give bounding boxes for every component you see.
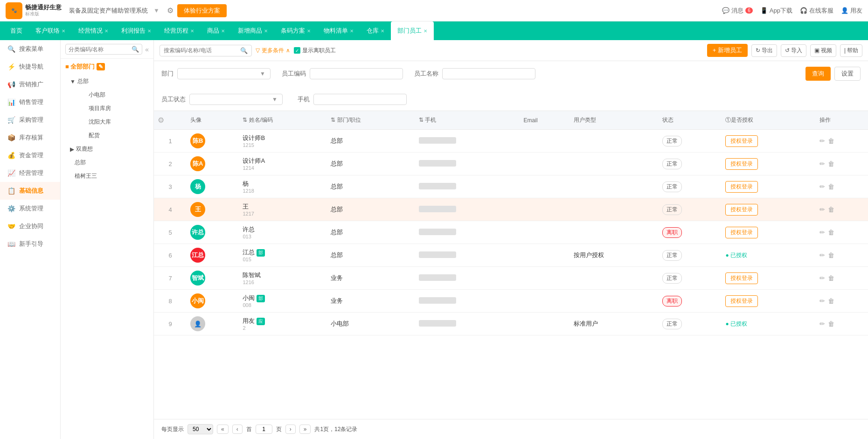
nav-tab-profit[interactable]: 利润报告✕ bbox=[115, 21, 158, 40]
sidebar-item-quicknav[interactable]: ⚡ 快捷导航 bbox=[0, 58, 60, 76]
show-inactive-toggle[interactable]: ✓ 显示离职员工 bbox=[294, 47, 336, 55]
edit-button[interactable]: ✏ bbox=[819, 274, 825, 282]
close-icon[interactable]: ✕ bbox=[221, 28, 225, 34]
sidebar-item-guide[interactable]: 📖 新手引导 bbox=[0, 235, 60, 253]
delete-button[interactable]: 🗑 bbox=[828, 320, 834, 328]
dept-item-xiangmuku[interactable]: 项目库房 bbox=[79, 102, 153, 115]
edit-button[interactable]: ✏ bbox=[819, 183, 825, 190]
edit-button[interactable]: ✏ bbox=[819, 160, 825, 167]
nav-tab-operation[interactable]: 经营情况✕ bbox=[72, 21, 115, 40]
nav-tab-new-goods[interactable]: 新增商品✕ bbox=[231, 21, 274, 40]
auth-login-button[interactable]: 授权登录 bbox=[725, 295, 758, 307]
first-page-button[interactable]: « bbox=[217, 425, 229, 434]
dept-item-shuanglu[interactable]: ▶ 双鹿想 bbox=[65, 142, 153, 156]
sidebar-item-business[interactable]: 📈 经营管理 bbox=[0, 164, 60, 182]
delete-button[interactable]: 🗑 bbox=[828, 183, 834, 190]
col-dept[interactable]: ⇅ 部门/职位 bbox=[327, 111, 415, 130]
filter-empcode-input[interactable] bbox=[310, 68, 403, 79]
help-button[interactable]: | 帮助 bbox=[840, 44, 862, 57]
nav-tab-home[interactable]: 首页 bbox=[4, 21, 29, 40]
more-filter-button[interactable]: ▽ 更多条件 ∧ bbox=[256, 47, 290, 55]
search-icon[interactable]: 🔍 bbox=[240, 47, 248, 54]
dept-item-zhishu[interactable]: 植树王三 bbox=[65, 169, 153, 183]
dept-search-input[interactable] bbox=[69, 46, 132, 53]
trial-button[interactable]: 体验行业方案 bbox=[177, 4, 227, 17]
user-item[interactable]: 👤 用友 bbox=[841, 7, 862, 15]
sidebar-item-marketing[interactable]: 📢 营销推广 bbox=[0, 76, 60, 93]
page-input[interactable] bbox=[256, 425, 272, 434]
edit-button[interactable]: ✏ bbox=[819, 206, 825, 213]
sidebar-item-inventory[interactable]: 📦 库存核算 bbox=[0, 129, 60, 146]
sidebar-item-search[interactable]: 🔍 搜索菜单 bbox=[0, 40, 60, 58]
close-icon[interactable]: ✕ bbox=[350, 28, 354, 34]
column-settings-icon[interactable]: ⚙ bbox=[158, 116, 164, 124]
dept-item-peihuo[interactable]: 配货 bbox=[79, 129, 153, 142]
nav-tab-goods[interactable]: 商品✕ bbox=[201, 21, 231, 40]
delete-button[interactable]: 🗑 bbox=[828, 274, 834, 282]
auth-login-button[interactable]: 授权登录 bbox=[725, 158, 758, 170]
edit-button[interactable]: ✏ bbox=[819, 137, 825, 145]
online-service-item[interactable]: 🎧 在线客服 bbox=[800, 7, 833, 15]
collapse-icon[interactable]: « bbox=[145, 46, 149, 53]
nav-tab-barcode[interactable]: 条码方案✕ bbox=[274, 21, 317, 40]
close-icon[interactable]: ✕ bbox=[62, 28, 65, 34]
delete-button[interactable]: 🗑 bbox=[828, 160, 834, 167]
edit-button[interactable]: ✏ bbox=[819, 251, 825, 259]
col-name[interactable]: ⇅ 姓名/编码 bbox=[239, 111, 327, 130]
next-page-button[interactable]: › bbox=[285, 425, 296, 434]
delete-button[interactable]: 🗑 bbox=[828, 251, 834, 259]
nav-tab-warehouse[interactable]: 仓库✕ bbox=[360, 21, 391, 40]
auth-login-button[interactable]: 授权登录 bbox=[725, 204, 758, 216]
import-button[interactable]: ↺ 导入 bbox=[781, 44, 806, 57]
auth-login-button[interactable]: 授权登录 bbox=[725, 272, 758, 284]
col-phone[interactable]: ⇅ 手机 bbox=[415, 111, 520, 130]
close-icon[interactable]: ✕ bbox=[264, 28, 268, 34]
sidebar-item-purchase[interactable]: 🛒 采购管理 bbox=[0, 111, 60, 129]
edit-button[interactable]: ✏ bbox=[819, 297, 825, 305]
last-page-button[interactable]: » bbox=[299, 425, 311, 434]
dept-item-zongbu[interactable]: ▼ 总部 bbox=[65, 75, 153, 88]
close-icon[interactable]: ✕ bbox=[147, 28, 151, 34]
filter-phone-input[interactable] bbox=[313, 94, 407, 105]
dept-search-icon[interactable]: 🔍 bbox=[132, 46, 139, 53]
dept-item-shenyang[interactable]: 沈阳大库 bbox=[79, 115, 153, 129]
export-button[interactable]: ↻ 导出 bbox=[751, 44, 777, 57]
dept-item-zongbu2[interactable]: 总部 bbox=[65, 156, 153, 169]
settings-icon[interactable]: ⚙ bbox=[167, 6, 174, 15]
filter-status-select[interactable]: ▼ bbox=[189, 94, 283, 105]
sidebar-item-basic-info[interactable]: 📋 基础信息 bbox=[0, 182, 60, 200]
page-size-select[interactable]: 50 20 100 bbox=[187, 424, 213, 434]
add-employee-button[interactable]: + 新增员工 bbox=[707, 44, 748, 57]
dept-edit-icon[interactable]: ✎ bbox=[97, 63, 105, 70]
view-button[interactable]: ▣ 视频 bbox=[810, 44, 836, 57]
col-settings[interactable]: ⚙ bbox=[154, 111, 187, 130]
sidebar-item-system[interactable]: ⚙️ 系统管理 bbox=[0, 200, 60, 217]
sidebar-item-sales[interactable]: 📊 销售管理 bbox=[0, 93, 60, 111]
delete-button[interactable]: 🗑 bbox=[828, 137, 834, 145]
search-input[interactable] bbox=[164, 47, 238, 54]
auth-login-button[interactable]: 授权登录 bbox=[725, 227, 758, 238]
all-dept-label[interactable]: ■ 全部部门 ✎ bbox=[61, 59, 153, 75]
filter-dept-select[interactable]: ▼ bbox=[177, 68, 271, 79]
edit-button[interactable]: ✏ bbox=[819, 320, 825, 328]
auth-login-button[interactable]: 授权登录 bbox=[725, 181, 758, 193]
filter-empname-input[interactable] bbox=[442, 68, 535, 79]
setting-button[interactable]: 设置 bbox=[834, 67, 861, 81]
sidebar-item-finance[interactable]: 💰 资金管理 bbox=[0, 146, 60, 164]
app-download-item[interactable]: 📱 App下载 bbox=[760, 7, 792, 15]
delete-button[interactable]: 🗑 bbox=[828, 297, 834, 305]
dept-item-xiaodianbu[interactable]: 小电部 bbox=[79, 88, 153, 102]
nav-tab-history[interactable]: 经营历程✕ bbox=[158, 21, 201, 40]
nav-tab-customer[interactable]: 客户联络✕ bbox=[29, 21, 72, 40]
close-icon[interactable]: ✕ bbox=[307, 28, 311, 34]
sidebar-item-collab[interactable]: 🤝 企业协同 bbox=[0, 217, 60, 235]
delete-button[interactable]: 🗑 bbox=[828, 229, 834, 236]
delete-button[interactable]: 🗑 bbox=[828, 206, 834, 213]
prev-page-button[interactable]: ‹ bbox=[232, 425, 243, 434]
edit-button[interactable]: ✏ bbox=[819, 229, 825, 236]
message-item[interactable]: 💬 消息 6 bbox=[722, 7, 753, 15]
close-icon[interactable]: ✕ bbox=[381, 28, 384, 34]
query-button[interactable]: 查询 bbox=[806, 67, 831, 81]
nav-tab-bom[interactable]: 物料清单✕ bbox=[317, 21, 360, 40]
close-icon[interactable]: ✕ bbox=[424, 28, 427, 34]
